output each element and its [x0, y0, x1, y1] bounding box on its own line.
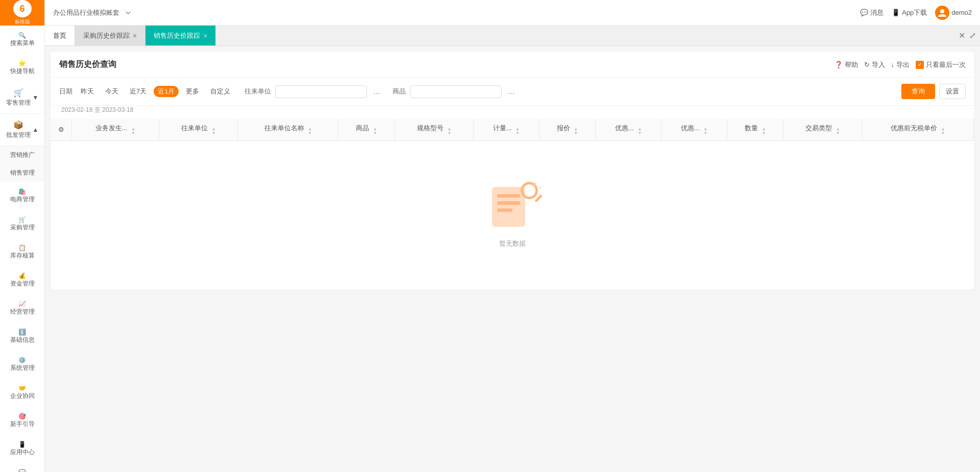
tab-home[interactable]: 首页 — [45, 26, 75, 45]
topbar: 办公用品行业模拟账套 💬 消息 📱 App下载 demo2 — [45, 0, 980, 26]
settings-gear-icon[interactable]: ⚙ — [58, 126, 64, 133]
date-btn-1month[interactable]: 近1月 — [154, 86, 179, 97]
sidebar-item-quick-nav[interactable]: ⭐ 快捷导航 — [0, 54, 44, 82]
col-partner-name-label: 往来单位名称 — [264, 124, 304, 132]
sidebar-item-label: 企业协同 — [2, 392, 42, 400]
sidebar-item-label: 采购管理 — [2, 223, 42, 232]
tab-close-all-btn[interactable]: ✕ — [959, 31, 965, 40]
settings-btn[interactable]: 设置 — [939, 84, 966, 99]
sidebar-item-label: 资金管理 — [2, 279, 42, 288]
finance-mgmt-icon: 💰 — [2, 272, 42, 279]
wholesale-mgmt-arrow: ▲ — [33, 126, 39, 133]
user-menu[interactable]: demo2 — [935, 6, 972, 20]
tab-purchase-history[interactable]: 采购历史价跟踪 × — [75, 26, 145, 45]
date-options: 昨天 今天 近7天 近1月 更多 自定义 — [77, 86, 234, 97]
sidebar-item-system-mgmt[interactable]: ⚙️ 系统管理 — [0, 350, 44, 379]
sidebar-item-marketing[interactable]: 营销推广 — [0, 146, 44, 164]
help-btn[interactable]: ❓ 帮助 — [835, 60, 858, 69]
sidebar-item-ecommerce-mgmt[interactable]: 🛍️ 电商管理 — [0, 182, 44, 210]
only-last-checkbox[interactable]: ✓ 只看最后一次 — [916, 60, 966, 69]
topbar-dropdown-icon[interactable] — [124, 8, 133, 17]
partner-input[interactable] — [275, 85, 367, 98]
col-price-label: 报价 — [557, 124, 570, 132]
date-btn-yesterday[interactable]: 昨天 — [77, 86, 98, 97]
tab-sales-history[interactable]: 销售历史价跟踪 × — [145, 26, 216, 45]
partner-filter-label: 往来单位 — [244, 87, 271, 96]
sidebar-item-label: 销售管理 — [2, 169, 42, 177]
sort-icons-unit: ▲ ▼ — [516, 127, 520, 135]
sidebar-item-operations-mgmt[interactable]: 📈 经营管理 — [0, 294, 44, 322]
tab-sales-history-close[interactable]: × — [203, 32, 207, 40]
col-pretax-price-label: 优惠前无税单价 — [891, 124, 937, 132]
sidebar-item-finance-mgmt[interactable]: 💰 资金管理 — [0, 266, 44, 294]
query-btn[interactable]: 查询 — [901, 84, 935, 99]
product-filter-label: 商品 — [393, 87, 406, 96]
sidebar-item-label: 新手引导 — [2, 420, 42, 429]
table-col-product[interactable]: 商品 ▲ ▼ — [338, 119, 395, 141]
date-btn-custom[interactable]: 自定义 — [206, 86, 234, 97]
table-col-price[interactable]: 报价 ▲ ▼ — [539, 119, 596, 141]
table-col-unit[interactable]: 计量... ▲ ▼ — [473, 119, 539, 141]
sidebar-item-label: 快捷导航 — [2, 67, 42, 76]
enterprise-wechat-icon: 💬 — [2, 469, 42, 472]
product-input[interactable] — [410, 85, 502, 98]
sidebar-item-enterprise-coop[interactable]: 🤝 企业协同 — [0, 379, 44, 407]
data-table: ⚙ 业务发生... ▲ ▼ 往来单位 — [51, 119, 974, 289]
message-label: 消息 — [870, 8, 884, 17]
app-download-btn[interactable]: 📱 App下载 — [892, 8, 927, 17]
sidebar-item-sales-mgmt[interactable]: 销售管理 — [0, 164, 44, 182]
table-col-quantity[interactable]: 数量 ▲ ▼ — [727, 119, 783, 141]
checkbox-icon: ✓ — [916, 61, 924, 69]
wholesale-sub-items: 营销推广 销售管理 — [0, 146, 44, 182]
product-ellipsis[interactable]: ... — [506, 87, 517, 96]
sidebar-item-label: 搜索菜单 — [2, 39, 42, 48]
app-download-label: App下载 — [902, 8, 927, 17]
date-range-display: 2023-02-18 至 2023-03-18 — [61, 106, 133, 113]
partner-ellipsis[interactable]: ... — [371, 87, 382, 96]
quick-nav-icon: ⭐ — [2, 60, 42, 67]
import-btn[interactable]: ↻ 导入 — [864, 60, 885, 69]
tab-maximize-btn[interactable]: ⤢ — [969, 31, 976, 40]
table-col-biz-date[interactable]: 业务发生... ▲ ▼ — [71, 119, 159, 141]
table-col-partner-name[interactable]: 往来单位名称 ▲ ▼ — [238, 119, 338, 141]
logo-icon: 6 — [13, 0, 32, 17]
col-trade-type-label: 交易类型 — [805, 124, 832, 132]
table-col-discount2[interactable]: 优惠... ▲ ▼ — [662, 119, 727, 141]
sidebar-item-wholesale-mgmt[interactable]: 📦 批发管理 ▲ — [0, 114, 44, 146]
sidebar-item-app-center[interactable]: 📱 应用中心 — [0, 435, 44, 463]
message-btn[interactable]: 💬 消息 — [860, 8, 884, 17]
app-logo[interactable]: 6 标推版 — [0, 0, 44, 26]
table-col-settings[interactable]: ⚙ — [51, 119, 71, 141]
sidebar-item-retail-mgmt[interactable]: 🛒 零售管理 ▼ — [0, 82, 44, 114]
table-col-trade-type[interactable]: 交易类型 ▲ ▼ — [783, 119, 862, 141]
sidebar-item-enterprise-wechat[interactable]: 💬 企业微信 — [0, 463, 44, 472]
tab-purchase-history-close[interactable]: × — [133, 32, 137, 40]
table-col-pretax-price[interactable]: 优惠前无税单价 ▲ ▼ — [862, 119, 974, 141]
partner-filter-group: 往来单位 ... — [244, 85, 382, 98]
system-mgmt-icon: ⚙️ — [2, 357, 42, 364]
sidebar-item-basic-info[interactable]: ℹ️ 基础信息 — [0, 322, 44, 350]
date-btn-7days[interactable]: 近7天 — [126, 86, 151, 97]
sidebar-item-label: 经营管理 — [2, 308, 42, 316]
export-btn[interactable]: ↓ 导出 — [891, 60, 910, 69]
table-header: ⚙ 业务发生... ▲ ▼ 往来单位 — [51, 119, 974, 141]
export-icon: ↓ — [891, 61, 895, 68]
date-filter-group: 日期 昨天 今天 近7天 近1月 更多 自定义 — [59, 86, 234, 97]
sidebar-item-search-menu[interactable]: 🔍 搜索菜单 — [0, 26, 44, 54]
sort-icons-partner-name: ▲ ▼ — [308, 127, 312, 135]
tab-purchase-history-label: 采购历史价跟踪 — [83, 31, 130, 40]
import-icon: ↻ — [864, 61, 870, 68]
sidebar-item-purchase-mgmt[interactable]: 🛒 采购管理 — [0, 210, 44, 238]
export-label: 导出 — [896, 60, 910, 69]
date-btn-more[interactable]: 更多 — [182, 86, 203, 97]
table-col-spec[interactable]: 规格型号 ▲ ▼ — [395, 119, 474, 141]
sidebar-item-inventory[interactable]: 📋 库存核算 — [0, 238, 44, 266]
sort-icons-pretax-price: ▲ ▼ — [941, 127, 945, 135]
page-title: 销售历史价查询 — [59, 59, 116, 70]
col-biz-date-label: 业务发生... — [95, 124, 128, 132]
date-btn-today[interactable]: 今天 — [101, 86, 122, 97]
empty-row: 暂无数据 — [51, 141, 974, 290]
sidebar-item-new-guide[interactable]: 🎯 新手引导 — [0, 407, 44, 435]
table-col-partner-code[interactable]: 往来单位 ▲ ▼ — [159, 119, 238, 141]
table-col-discount1[interactable]: 优惠... ▲ ▼ — [596, 119, 662, 141]
